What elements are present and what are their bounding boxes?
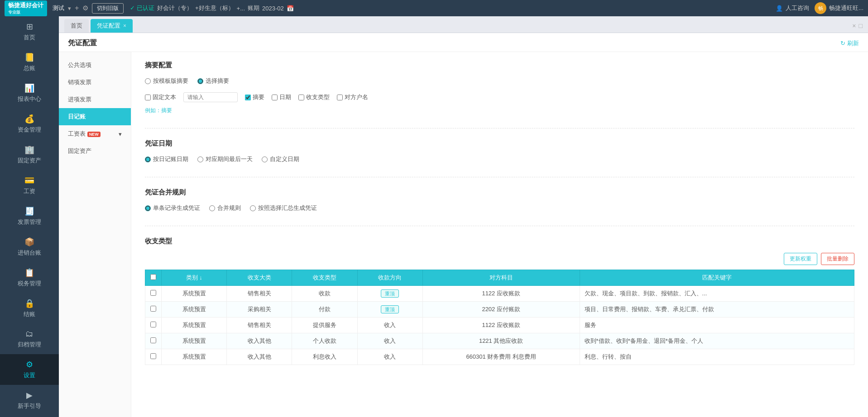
row-checkbox-4[interactable] [150,353,156,359]
table-toolbar: 更新权重 批量删除 [145,253,854,265]
tab-home[interactable]: 首页 [64,19,89,33]
radio-single-record[interactable]: 单条记录生成凭证 [145,204,200,212]
radio-template-input[interactable] [145,78,151,84]
invoice-icon: 🧾 [24,206,34,216]
sidebar-item-asset[interactable]: 🏢 固定资产 [0,139,59,170]
row-category-3: 系统预置 [162,333,227,349]
nav-item-journal[interactable]: 日记账 [59,108,131,125]
radio-merge-input[interactable] [209,205,215,211]
radio-summary-generate[interactable]: 按照选择汇总生成凭证 [250,204,317,212]
radio-custom-date-input[interactable] [262,156,268,162]
checkbox-fixed-text[interactable]: 固定文本 [145,93,176,101]
row-type-2: 提供服务 [292,317,357,333]
row-checkbox-3[interactable] [150,337,156,343]
badge-more: +... [237,5,245,12]
nav-item-fixed-asset[interactable]: 固定资产 [59,142,131,160]
radio-select-input[interactable] [197,78,203,84]
tab-close-icon[interactable]: × [123,23,126,29]
sidebar-item-ledger[interactable]: 📒 总账 [0,47,59,78]
update-weight-button[interactable]: 更新权重 [784,253,817,265]
sidebar-item-guide[interactable]: ▶ 新手引导 [0,385,59,416]
help-icon: 👤 [776,5,783,12]
checkbox-counterpart[interactable]: 对方户名 [337,93,368,101]
radio-period-last-day[interactable]: 对应期间最后一天 [197,155,253,163]
sidebar-item-report[interactable]: 📊 报表中心 [0,78,59,109]
window-maximize-icon[interactable]: □ [859,22,863,29]
radio-select-summary[interactable]: 选择摘要 [197,77,229,85]
row-keywords-0: 欠款、现金、项目款、到款、报销款、汇入、... [580,286,854,302]
window-close-icon[interactable]: × [852,22,856,29]
pay-type-checkbox[interactable] [298,95,304,100]
row-subject-3: 1221 其他应收款 [422,333,580,349]
user-menu[interactable]: 畅 畅捷通旺旺... [815,2,863,14]
row-checkbox-2[interactable] [150,322,156,327]
row-category-1: 系统预置 [162,302,227,317]
settings-icon[interactable]: ⚙ [82,4,88,12]
select-all-checkbox[interactable] [150,274,156,280]
radio-summary-input[interactable] [250,205,256,211]
row-type-4: 利息收入 [292,349,357,365]
checkbox-date[interactable]: 日期 [272,93,291,101]
fixed-text-input[interactable] [183,92,238,102]
nav-item-sales-invoice[interactable]: 销项发票 [59,74,131,91]
settings-main: 摘要配置 按模板版摘要 选择摘要 [131,52,868,417]
sidebar-item-close[interactable]: 🔒 结账 [0,293,59,324]
row-checkbox-0[interactable] [150,290,156,296]
row-category-0: 系统预置 [162,286,227,302]
merge-rule-section: 凭证合并规则 单条记录生成凭证 合并规则 [145,188,854,212]
summary-checkbox-row: 固定文本 摘要 日期 [145,92,854,102]
sidebar-item-tax[interactable]: 📋 税务管理 [0,262,59,293]
radio-single-input[interactable] [145,205,151,211]
row-big-type-1: 采购相关 [227,302,292,317]
batch-delete-button[interactable]: 批量删除 [821,253,854,265]
help-button[interactable]: 👤 人工咨询 [776,4,809,12]
fixed-text-checkbox[interactable] [145,95,151,100]
radio-journal-date-input[interactable] [145,156,151,162]
row-direction-0: 重顶 [357,286,422,302]
radio-journal-date[interactable]: 按日记账日期 [145,155,188,163]
tab-voucher-config[interactable]: 凭证配置 × [91,19,133,33]
archive-icon: 🗂 [25,329,34,339]
checkbox-summary[interactable]: 摘要 [245,93,264,101]
summary-checkbox[interactable] [245,95,251,100]
nav-item-purchase-invoice[interactable]: 进项发票 [59,91,131,108]
sidebar-item-archive[interactable]: 🗂 归档管理 [0,324,59,354]
refresh-button[interactable]: ↻ 刷新 [840,39,859,47]
nav-item-payroll[interactable]: 工资表 NEW ▾ [59,125,131,142]
nav-item-public[interactable]: 公共选项 [59,57,131,74]
calendar-icon[interactable]: 📅 [287,5,294,12]
table-row: 系统预置 采购相关 付款 重顶 2202 应付账款 项目、日常费用、报销款、车费… [145,302,854,317]
sidebar-item-invoice[interactable]: 🧾 发票管理 [0,201,59,232]
sidebar: ⊞ 首页 📒 总账 📊 报表中心 💰 资金管理 🏢 固定资产 💳 工资 🧾 发票… [0,16,59,417]
reset-tag-0[interactable]: 重顶 [381,289,399,298]
row-direction-3: 收入 [357,333,422,349]
radio-template-summary[interactable]: 按模板版摘要 [145,77,188,85]
checkbox-pay-type[interactable]: 收支类型 [298,93,330,101]
sidebar-item-finance[interactable]: 💰 资金管理 [0,109,59,139]
table-row: 系统预置 销售相关 收款 重顶 1122 应收账款 欠款、现金、项目款、到款、报… [145,286,854,302]
row-subject-4: 660301 财务费用 利息费用 [422,349,580,365]
reset-tag-1[interactable]: 重顶 [381,305,399,313]
row-checkbox-cell [145,317,162,333]
badge-haoshengyi: +好生意（标） [195,4,234,12]
radio-period-last-input[interactable] [197,156,203,162]
summary-radio-group: 按模板版摘要 选择摘要 [145,77,854,85]
switch-version-button[interactable]: 切到旧版 [92,3,124,14]
sidebar-item-settings[interactable]: ⚙ 设置 [0,354,59,385]
counterpart-checkbox[interactable] [337,95,343,100]
company-dropdown-icon[interactable]: ▾ [68,5,71,12]
add-icon[interactable]: + [75,4,79,12]
divider-3 [145,226,854,226]
sidebar-item-home[interactable]: ⊞ 首页 [0,16,59,47]
sidebar-item-purchase[interactable]: 📦 进销台账 [0,232,59,262]
row-category-2: 系统预置 [162,317,227,333]
row-direction-1: 重顶 [357,302,422,317]
radio-merge-rule[interactable]: 合并规则 [209,204,241,212]
voucher-date-title: 凭证日期 [145,139,854,148]
date-checkbox[interactable] [272,95,278,100]
row-checkbox-1[interactable] [150,306,156,312]
radio-custom-date[interactable]: 自定义日期 [262,155,299,163]
row-keywords-4: 利息、行转、按自 [580,349,854,365]
sidebar-item-salary[interactable]: 💳 工资 [0,170,59,201]
period-label: 账期 [248,4,259,12]
